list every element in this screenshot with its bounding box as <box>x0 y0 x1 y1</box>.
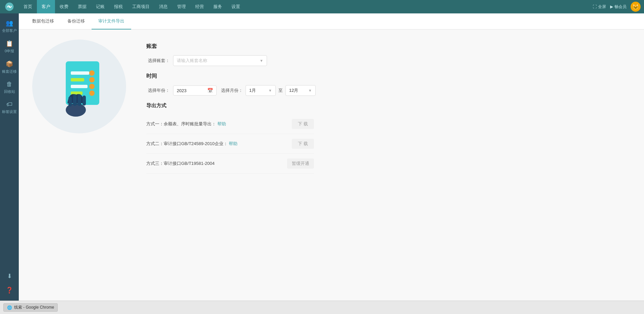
nav-right: ⛶ 全屏 ▶ 畅会员 🐱 <box>593 2 641 12</box>
page-content: 账套 选择账套： 请输入账套名称 ▼ 时间 选择年份： <box>19 29 644 301</box>
fullscreen-icon: ⛶ <box>593 4 597 9</box>
nav-invoice[interactable]: 票据 <box>73 0 91 13</box>
svg-rect-15 <box>83 96 86 106</box>
member-label: 畅会员 <box>614 4 627 10</box>
account-select-row: 选择账套： 请输入账套名称 ▼ <box>146 55 631 66</box>
taskbar-chrome-item[interactable]: 🌐 线索 - Google Chrome <box>3 303 58 312</box>
time-separator: 至 <box>278 87 283 93</box>
nav-management[interactable]: 管理 <box>172 0 191 13</box>
help-icon: ❓ <box>6 287 13 294</box>
sidebar-bottom: ⬇ ❓ <box>0 269 19 301</box>
time-row: 2023 📅 选择月份： 1月 ▼ 至 12月 ▼ <box>173 85 316 96</box>
chrome-icon: 🌐 <box>7 305 12 310</box>
nav-bookkeeping[interactable]: 记账 <box>91 0 109 13</box>
svg-point-10 <box>89 90 95 96</box>
month-select-label: 选择月份： <box>219 87 243 93</box>
month-end-select[interactable]: 12月 ▼ <box>285 85 316 96</box>
taskbar-item-label: 线索 - Google Chrome <box>14 305 54 310</box>
svg-rect-5 <box>71 85 88 88</box>
nav-items: 首页 客户 收费 票据 记账 报税 工商项目 消息 管理 经营 服务 设置 <box>19 0 593 13</box>
nav-business[interactable]: 工商项目 <box>127 0 154 13</box>
fullscreen-label: 全屏 <box>598 4 606 10</box>
month-start-select[interactable]: 1月 ▼ <box>246 85 276 96</box>
export-method-1-help-link[interactable]: 帮助 <box>217 121 226 126</box>
nav-fee[interactable]: 收费 <box>55 0 73 13</box>
app-logo <box>3 1 15 13</box>
chevron-down-icon: ▼ <box>308 88 312 92</box>
top-navigation: 首页 客户 收费 票据 记账 报税 工商项目 消息 管理 经营 服务 设置 ⛶ … <box>0 0 644 13</box>
year-input[interactable]: 2023 📅 <box>173 85 217 96</box>
taskbar: 🌐 线索 - Google Chrome <box>0 301 644 314</box>
export-method-1-text: 方式一：余额表、序时账批量导出： 帮助 <box>146 121 226 127</box>
sidebar-item-label: 账套迁移 <box>2 69 17 74</box>
svg-rect-12 <box>68 97 72 107</box>
sidebar-item-recycle[interactable]: 🗑 回收站 <box>0 77 19 98</box>
tab-backup-migration[interactable]: 备份迁移 <box>61 13 92 29</box>
calendar-icon: 📅 <box>207 88 213 93</box>
sidebar-item-all-customers[interactable]: 👥 全部客户 <box>0 16 19 37</box>
export-method-1-row: 方式一：余额表、序时账批量导出： 帮助 下 载 <box>146 114 314 134</box>
recycle-icon: 🗑 <box>6 81 12 88</box>
sidebar-item-account-migration[interactable]: 📦 账套迁移 <box>0 57 19 77</box>
export-method-3-text: 方式三：审计接口GB/T19581-2004 <box>146 161 215 167</box>
export-section: 导出方式 方式一：余额表、序时账批量导出： 帮助 下 载 方式二：审计接口GB/… <box>146 103 631 174</box>
year-value: 2023 <box>177 88 186 93</box>
nav-message[interactable]: 消息 <box>154 0 172 13</box>
export-method-1-download-button[interactable]: 下 载 <box>292 119 314 129</box>
nav-operation[interactable]: 经营 <box>191 0 209 13</box>
nav-home[interactable]: 首页 <box>19 0 37 13</box>
chevron-down-icon: ▼ <box>268 88 272 92</box>
export-method-3-coming-soon-button[interactable]: 暂缓开通 <box>287 159 314 169</box>
account-migration-icon: 📦 <box>6 60 13 68</box>
svg-point-7 <box>89 70 95 76</box>
nav-customer[interactable]: 客户 <box>37 0 55 13</box>
sidebar-item-label: 回收站 <box>4 89 15 94</box>
export-section-title: 导出方式 <box>146 103 631 109</box>
month-end-value: 12月 <box>289 87 298 93</box>
month-start-value: 1月 <box>249 87 256 93</box>
sidebar-item-label: 标签设置 <box>2 109 17 114</box>
tab-audit-export[interactable]: 审计文件导出 <box>92 13 131 29</box>
export-method-2-help-link[interactable]: 帮助 <box>229 141 237 146</box>
nav-service[interactable]: 服务 <box>209 0 227 13</box>
svg-rect-14 <box>78 94 81 106</box>
svg-point-8 <box>89 77 95 82</box>
svg-point-1 <box>8 6 10 8</box>
tab-bar: 数据包迁移 备份迁移 审计文件导出 <box>19 13 644 29</box>
all-customers-icon: 👥 <box>6 19 13 27</box>
export-method-2-text: 方式二：审计接口GB/T24589-2010企业： 帮助 <box>146 141 237 147</box>
time-section-title: 时间 <box>146 73 631 80</box>
member-button[interactable]: ▶ 畅会员 <box>610 4 627 10</box>
export-method-3-row: 方式三：审计接口GB/T19581-2004 暂缓开通 <box>146 154 314 174</box>
account-select-label: 选择账套： <box>146 58 170 64</box>
account-select-placeholder: 请输入账套名称 <box>177 58 207 64</box>
main-layout: 👥 全部客户 📋 0申报 📦 账套迁移 🗑 回收站 🏷 标签设置 ⬇ ❓ <box>0 13 644 301</box>
form-panel: 账套 选择账套： 请输入账套名称 ▼ 时间 选择年份： <box>32 40 631 174</box>
svg-point-9 <box>89 84 95 89</box>
export-method-2-row: 方式二：审计接口GB/T24589-2010企业： 帮助 下 载 <box>146 134 314 154</box>
member-icon: ▶ <box>610 4 613 9</box>
sidebar-item-help[interactable]: ❓ <box>0 283 19 297</box>
tab-data-migration[interactable]: 数据包迁移 <box>25 13 61 29</box>
account-section-title: 账套 <box>146 43 631 50</box>
nav-tax[interactable]: 报税 <box>109 0 127 13</box>
sidebar-item-label-settings[interactable]: 🏷 标签设置 <box>0 98 19 118</box>
label-settings-icon: 🏷 <box>6 101 12 108</box>
content-area: 数据包迁移 备份迁移 审计文件导出 <box>19 13 644 301</box>
nav-settings[interactable]: 设置 <box>227 0 245 13</box>
download-icon: ⬇ <box>7 272 12 280</box>
svg-rect-3 <box>71 71 89 75</box>
chevron-down-icon: ▼ <box>260 59 263 63</box>
sidebar-item-label: 全部客户 <box>2 28 17 33</box>
illustration <box>32 40 126 133</box>
account-select-dropdown[interactable]: 请输入账套名称 ▼ <box>173 55 267 66</box>
zero-declare-icon: 📋 <box>6 40 13 47</box>
user-avatar[interactable]: 🐱 <box>631 2 641 12</box>
fullscreen-button[interactable]: ⛶ 全屏 <box>593 4 606 10</box>
year-select-label: 选择年份： <box>146 87 170 93</box>
svg-rect-13 <box>73 94 76 106</box>
export-method-2-download-button[interactable]: 下 载 <box>292 139 314 149</box>
sidebar-item-download[interactable]: ⬇ <box>0 269 19 283</box>
sidebar-item-zero-declare[interactable]: 📋 0申报 <box>0 37 19 57</box>
sidebar-item-label: 0申报 <box>5 49 14 54</box>
